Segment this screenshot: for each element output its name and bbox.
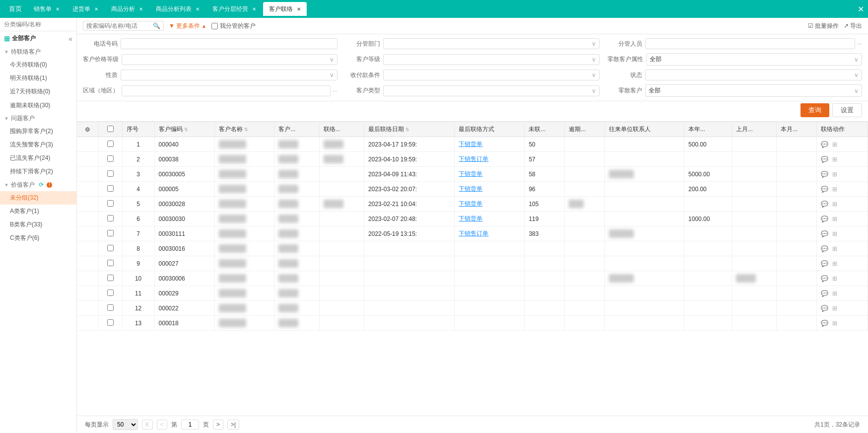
more-action-icon[interactable]: ⊞ bbox=[832, 186, 837, 193]
last-way-cell[interactable]: 下销货单 bbox=[455, 212, 525, 226]
last-way-cell[interactable]: 下销货单 bbox=[455, 182, 525, 197]
contact-action-icon[interactable]: 💬 bbox=[821, 171, 828, 178]
sidebar-item-declining[interactable]: 持续下滑客户(2) bbox=[0, 165, 76, 178]
scattered-customer-select[interactable]: 全部 ∨ bbox=[645, 84, 862, 97]
contact-action-icon[interactable]: 💬 bbox=[821, 186, 828, 193]
sidebar-item-today[interactable]: 今天待联络(0) bbox=[0, 58, 76, 72]
nature-select[interactable]: ∨ bbox=[121, 70, 337, 80]
sidebar-all-customers[interactable]: ⊞ 全部客户 « bbox=[0, 31, 76, 46]
contact-action-icon[interactable]: 💬 bbox=[821, 245, 828, 252]
contact-action-icon[interactable]: 💬 bbox=[821, 290, 828, 297]
nav-tab-customer-tier[interactable]: 客户分层经营 ✕ bbox=[206, 2, 262, 16]
sidebar-group-value[interactable]: ▼ 价值客户 ⟳ ! bbox=[0, 179, 76, 191]
price-tier-select[interactable]: ∨ bbox=[122, 54, 337, 65]
last-way-cell[interactable] bbox=[455, 316, 525, 331]
col-settings[interactable]: ⚙ bbox=[77, 122, 99, 137]
page-size-select[interactable]: 50 100 bbox=[113, 419, 138, 430]
col-code[interactable]: 客户编码 ⇅ bbox=[154, 122, 214, 137]
nav-tab-sales[interactable]: 销售单 ✕ bbox=[28, 2, 66, 16]
close-purchase-icon[interactable]: ✕ bbox=[94, 6, 98, 12]
select-all-checkbox[interactable] bbox=[107, 126, 114, 132]
action-cell[interactable]: 💬 ⊞ bbox=[816, 197, 868, 212]
export-btn[interactable]: ↗ 导出 bbox=[844, 22, 862, 30]
sidebar-item-c-class[interactable]: C类客户(6) bbox=[0, 231, 76, 245]
first-page-btn[interactable]: K bbox=[142, 420, 153, 430]
col-last-date[interactable]: 最后联络日期 ⇅ bbox=[364, 122, 455, 137]
close-customer-contact-icon[interactable]: ✕ bbox=[297, 6, 301, 12]
prev-page-btn[interactable]: < bbox=[157, 420, 167, 430]
payment-select[interactable]: ∨ bbox=[383, 70, 600, 80]
close-sales-icon[interactable]: ✕ bbox=[56, 6, 60, 12]
last-way-cell[interactable]: 下销售订单 bbox=[455, 226, 525, 241]
more-action-icon[interactable]: ⊞ bbox=[832, 260, 837, 267]
action-cell[interactable]: 💬 ⊞ bbox=[816, 286, 868, 301]
row-checkbox[interactable] bbox=[99, 137, 123, 152]
contact-action-icon[interactable]: 💬 bbox=[821, 260, 828, 267]
more-action-icon[interactable]: ⊞ bbox=[832, 320, 837, 327]
col-name[interactable]: 客户名称 ⇅ bbox=[214, 122, 274, 137]
row-checkbox[interactable] bbox=[99, 226, 123, 241]
settings-icon[interactable]: ⚙ bbox=[85, 126, 90, 133]
col-checkbox-all[interactable] bbox=[99, 122, 123, 137]
last-way-cell[interactable] bbox=[455, 286, 525, 301]
scattered-attr-select[interactable]: 全部 ∨ bbox=[646, 53, 862, 66]
action-cell[interactable]: 💬 ⊞ bbox=[816, 241, 868, 256]
contact-action-icon[interactable]: 💬 bbox=[821, 320, 828, 327]
row-checkbox[interactable] bbox=[99, 256, 123, 271]
row-checkbox[interactable] bbox=[99, 286, 123, 301]
sidebar-search-input[interactable] bbox=[4, 21, 77, 28]
sidebar-item-b-class[interactable]: B类客户(33) bbox=[0, 218, 76, 231]
row-checkbox[interactable] bbox=[99, 197, 123, 212]
nav-tab-customer-contact[interactable]: 客户联络 ✕ bbox=[263, 2, 307, 16]
sidebar-item-7days[interactable]: 近7天待联络(0) bbox=[0, 85, 76, 98]
row-checkbox[interactable] bbox=[99, 316, 123, 331]
contact-action-icon[interactable]: 💬 bbox=[821, 305, 828, 312]
action-cell[interactable]: 💬 ⊞ bbox=[816, 256, 868, 271]
action-cell[interactable]: 💬 ⊞ bbox=[816, 271, 868, 286]
phone-input[interactable] bbox=[121, 38, 337, 49]
next-page-btn[interactable]: > bbox=[213, 420, 223, 430]
contact-action-icon[interactable]: 💬 bbox=[821, 216, 828, 222]
page-input[interactable] bbox=[181, 420, 199, 430]
close-window-icon[interactable]: ✕ bbox=[858, 4, 864, 14]
nav-home[interactable]: 首页 bbox=[4, 4, 27, 13]
row-checkbox[interactable] bbox=[99, 212, 123, 226]
close-analysis-list-icon[interactable]: ✕ bbox=[196, 6, 200, 12]
more-conditions-btn[interactable]: ▼ 更多条件 ▲ bbox=[169, 22, 206, 30]
region-dots[interactable]: ··· bbox=[333, 87, 337, 94]
contact-action-icon[interactable]: 💬 bbox=[821, 141, 828, 148]
close-analysis-icon[interactable]: ✕ bbox=[139, 6, 143, 12]
action-cell[interactable]: 💬 ⊞ bbox=[816, 301, 868, 316]
contact-action-icon[interactable]: 💬 bbox=[821, 156, 828, 163]
reset-button[interactable]: 设置 bbox=[832, 103, 862, 117]
my-customers-checkbox[interactable]: 我分管的客户 bbox=[211, 22, 256, 30]
sidebar-collapse-icon[interactable]: « bbox=[68, 35, 72, 43]
last-way-cell[interactable]: 下销货单 bbox=[455, 197, 525, 212]
customer-tier-select[interactable]: ∨ bbox=[383, 54, 600, 65]
last-way-cell[interactable]: 下销售订单 bbox=[455, 152, 525, 167]
last-way-cell[interactable]: 下销货单 bbox=[455, 167, 525, 182]
last-way-cell[interactable]: 下销货单 bbox=[455, 137, 525, 152]
more-action-icon[interactable]: ⊞ bbox=[832, 275, 837, 282]
more-action-icon[interactable]: ⊞ bbox=[832, 245, 837, 252]
manager-input[interactable] bbox=[645, 38, 855, 49]
dept-select[interactable]: ∨ bbox=[383, 38, 600, 49]
action-cell[interactable]: 💬 ⊞ bbox=[816, 316, 868, 331]
row-checkbox[interactable] bbox=[99, 301, 123, 316]
nav-tab-analysis-list[interactable]: 商品分析列表 ✕ bbox=[150, 2, 205, 16]
more-action-icon[interactable]: ⊞ bbox=[832, 305, 837, 312]
manager-dots[interactable]: ··· bbox=[857, 40, 862, 47]
sidebar-group-problem[interactable]: ▼ 问题客户 bbox=[0, 112, 76, 125]
last-way-cell[interactable] bbox=[455, 241, 525, 256]
row-checkbox[interactable] bbox=[99, 182, 123, 197]
row-checkbox[interactable] bbox=[99, 152, 123, 167]
action-cell[interactable]: 💬 ⊞ bbox=[816, 137, 868, 152]
more-action-icon[interactable]: ⊞ bbox=[832, 201, 837, 208]
contact-action-icon[interactable]: 💬 bbox=[821, 275, 828, 282]
sidebar-item-ungrouped[interactable]: 未分组(32) bbox=[0, 191, 76, 205]
nav-tab-purchase[interactable]: 进货单 ✕ bbox=[67, 2, 104, 16]
sidebar-item-churn-warning[interactable]: 流失预警客户(3) bbox=[0, 138, 76, 151]
query-button[interactable]: 查询 bbox=[801, 103, 829, 117]
sidebar-item-a-class[interactable]: A类客户(1) bbox=[0, 205, 76, 218]
last-way-cell[interactable] bbox=[455, 256, 525, 271]
